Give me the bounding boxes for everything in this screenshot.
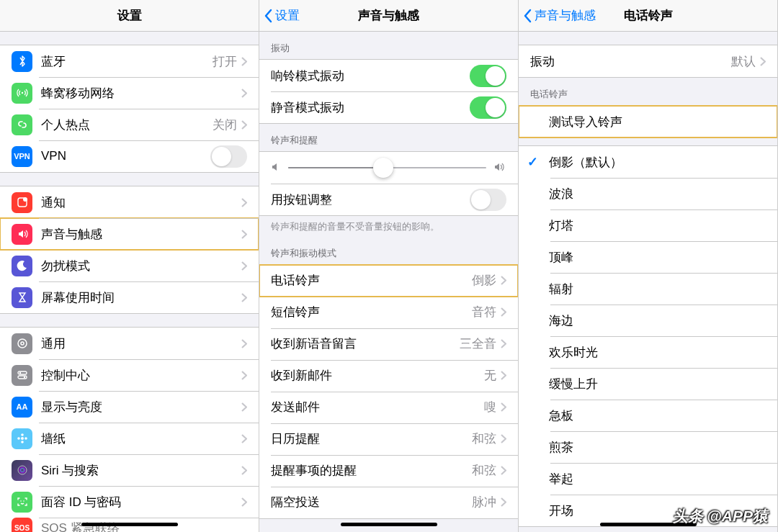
row-value: 默认: [731, 53, 756, 70]
row-faceid[interactable]: 面容 ID 与密码: [0, 486, 259, 518]
screen-ringtone: 声音与触感 电话铃声 振动 默认 电话铃声 测试导入铃声 ✓倒影（默认）波浪灯塔…: [519, 0, 778, 532]
volume-high-icon: [493, 162, 506, 174]
ringtone-row[interactable]: 灯塔: [519, 209, 777, 241]
ringtone-row[interactable]: 辐射: [519, 273, 777, 305]
watermark: 头条 @APP猿: [673, 506, 769, 526]
screen-sounds: 设置 声音与触感 振动 响铃模式振动 静音模式振动 铃声和提醒: [259, 0, 519, 532]
chevron-right-icon: [501, 339, 506, 348]
ringtone-list[interactable]: 振动 默认 电话铃声 测试导入铃声 ✓倒影（默认）波浪灯塔顶峰辐射海边欢乐时光缓…: [519, 32, 777, 532]
row-value: 倒影: [472, 272, 496, 289]
row-label: 通用: [41, 335, 241, 352]
ringtone-row[interactable]: 海边: [519, 305, 777, 336]
row-label: 测试导入铃声: [549, 114, 766, 130]
row-vibrate-ring[interactable]: 响铃模式振动: [259, 60, 518, 91]
row-hotspot[interactable]: 个人热点 关闭: [0, 109, 259, 140]
row-screentime[interactable]: 屏幕使用时间: [0, 281, 259, 313]
svg-point-8: [23, 377, 24, 378]
antenna-icon: [12, 83, 32, 104]
row-vibration[interactable]: 振动 默认: [519, 45, 777, 77]
ringtone-row[interactable]: 急板: [519, 400, 777, 431]
volume-low-icon: [271, 162, 281, 174]
row-label: 勿扰模式: [41, 258, 241, 274]
toggle[interactable]: [470, 65, 506, 87]
chevron-left-icon: [523, 9, 532, 23]
chevron-right-icon: [241, 371, 247, 380]
chevron-right-icon: [241, 497, 247, 507]
row-calendar[interactable]: 日历提醒 和弦: [259, 423, 518, 455]
ringtone-row[interactable]: ✓倒影（默认）: [519, 146, 777, 178]
row-vibrate-silent[interactable]: 静音模式振动: [259, 91, 518, 123]
row-cellular[interactable]: 蜂窝移动网络: [0, 77, 259, 109]
gear-icon: [12, 333, 32, 354]
navbar: 设置 声音与触感: [259, 0, 518, 32]
nav-title: 设置: [117, 7, 142, 24]
ringtone-row[interactable]: 举起: [519, 463, 777, 495]
row-value: 打开: [213, 53, 237, 70]
row-label: 面容 ID 与密码: [41, 494, 241, 510]
nav-back[interactable]: 声音与触感: [523, 7, 596, 24]
chevron-right-icon: [241, 434, 247, 443]
ringtone-row-custom[interactable]: 测试导入铃声: [519, 106, 777, 137]
ringtone-row[interactable]: 缓慢上升: [519, 368, 777, 400]
chevron-right-icon: [501, 434, 506, 443]
nav-title: 声音与触感: [358, 7, 419, 24]
row-value: 脉冲: [472, 494, 496, 510]
row-label: 显示与亮度: [41, 399, 241, 415]
vpn-toggle[interactable]: [210, 145, 247, 168]
sounds-list[interactable]: 振动 响铃模式振动 静音模式振动 铃声和提醒: [259, 32, 518, 532]
ringtone-row[interactable]: 波浪: [519, 178, 777, 209]
row-label: 振动: [530, 53, 731, 70]
ringtone-row[interactable]: 欢乐时光: [519, 336, 777, 368]
row-label: 屏幕使用时间: [41, 289, 241, 306]
row-reminder[interactable]: 提醒事项的提醒 和弦: [259, 455, 518, 487]
chevron-right-icon: [241, 261, 247, 271]
row-wallpaper[interactable]: 墙纸: [0, 423, 259, 454]
row-label: 提醒事项的提醒: [271, 462, 472, 479]
row-sounds[interactable]: 声音与触感: [0, 218, 259, 250]
row-label: 控制中心: [41, 367, 241, 384]
svg-point-13: [24, 437, 27, 440]
row-notifications[interactable]: 通知: [0, 186, 259, 218]
row-change-with-buttons[interactable]: 用按钮调整: [259, 184, 518, 215]
switches-icon: [12, 365, 32, 386]
row-controlcenter[interactable]: 控制中心: [0, 359, 259, 391]
row-general[interactable]: 通用: [0, 328, 259, 359]
row-voicemail[interactable]: 收到新语音留言 三全音: [259, 328, 518, 360]
chevron-right-icon: [501, 466, 506, 475]
nav-back[interactable]: 设置: [264, 7, 300, 24]
toggle[interactable]: [470, 189, 506, 211]
chevron-right-icon: [241, 120, 247, 130]
row-label: 波浪: [549, 186, 766, 202]
row-ringtone[interactable]: 电话铃声 倒影: [259, 265, 518, 297]
svg-rect-7: [18, 376, 27, 379]
row-newmail[interactable]: 收到新邮件 无: [259, 360, 518, 392]
chevron-right-icon: [241, 466, 247, 475]
svg-point-2: [23, 197, 27, 202]
ringtone-row[interactable]: 煎茶: [519, 431, 777, 463]
row-bluetooth[interactable]: 蓝牙 打开: [0, 45, 259, 77]
row-siri[interactable]: Siri 与搜索: [0, 454, 259, 486]
row-airdrop[interactable]: 隔空投送 脉冲: [259, 487, 518, 518]
row-texttone[interactable]: 短信铃声 音符: [259, 297, 518, 328]
row-label: 举起: [549, 471, 766, 487]
home-indicator[interactable]: [341, 523, 437, 526]
group-footer-buttons: 铃声和提醒的音量不受音量按钮的影响。: [259, 216, 518, 237]
toggle[interactable]: [470, 96, 506, 119]
row-dnd[interactable]: 勿扰模式: [0, 250, 259, 281]
group-header-patterns: 铃声和振动模式: [259, 237, 518, 264]
volume-slider[interactable]: [288, 167, 486, 168]
row-label: 急板: [549, 407, 766, 424]
chevron-right-icon: [241, 198, 247, 207]
ringtone-row[interactable]: 顶峰: [519, 241, 777, 273]
home-indicator[interactable]: [81, 523, 178, 526]
row-label: 响铃模式振动: [271, 68, 470, 84]
svg-point-17: [20, 500, 22, 502]
row-label: 倒影（默认）: [549, 154, 766, 171]
row-display[interactable]: AA 显示与亮度: [0, 391, 259, 423]
row-value: 音符: [472, 304, 496, 320]
row-sentmail[interactable]: 发送邮件 嗖: [259, 392, 518, 423]
settings-list[interactable]: 蓝牙 打开 蜂窝移动网络 个人热点 关闭 VPN: [0, 32, 259, 532]
row-vpn[interactable]: VPN VPN: [0, 140, 259, 172]
row-label: 蜂窝移动网络: [41, 85, 241, 102]
chevron-right-icon: [501, 307, 506, 317]
